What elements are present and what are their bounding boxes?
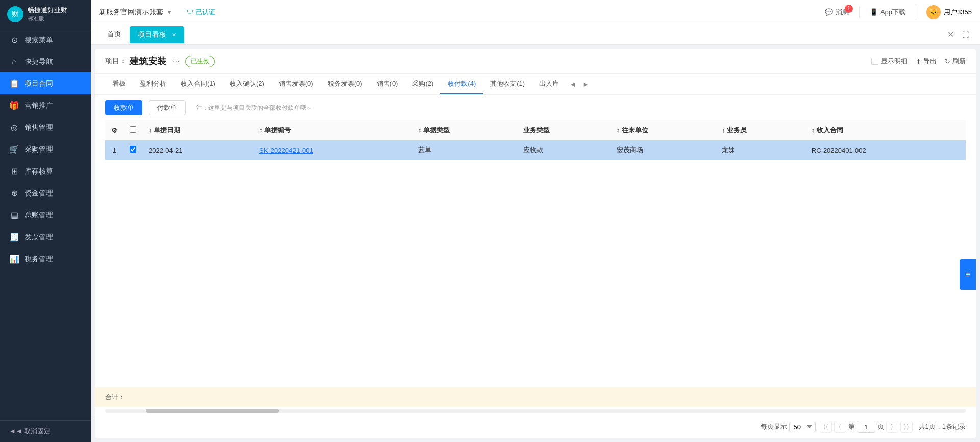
sidebar-unpin-button[interactable]: ◄◄ 取消固定 [0, 420, 91, 442]
sidebar-item-contract[interactable]: 📋 项目合同 [0, 72, 91, 94]
sidebar-item-shortcut[interactable]: ⌂ 快捷导航 [0, 51, 91, 72]
window-maximize-button[interactable]: ⛶ [960, 29, 972, 41]
sub-nav-next-arrow[interactable]: ► [579, 76, 593, 92]
account-selector[interactable]: 新服务官网演示账套 ▼ [99, 8, 173, 17]
sidebar-logo: 财 畅捷通好业财 标准版 [0, 0, 91, 29]
topbar: 新服务官网演示账套 ▼ 🛡 已认证 💬 消息 1 📱 App下载 🐱 用 [91, 0, 980, 24]
show-detail-checkbox[interactable]: 显示明细 [871, 57, 908, 66]
page-first-button[interactable]: ⟨⟨ [820, 421, 832, 433]
page-next-button[interactable]: ⟩ [886, 421, 898, 433]
column-staff[interactable]: ↕ 业务员 [716, 120, 805, 140]
export-icon: ⬆ [916, 58, 921, 65]
sidebar-item-label: 总账管理 [24, 211, 53, 220]
sidebar-item-ledger[interactable]: ▤ 总账管理 [0, 204, 91, 226]
filter-note: 注：这里是与项目关联的全部收付款单哦～ [196, 104, 312, 112]
sub-nav-prev-arrow[interactable]: ◄ [566, 76, 579, 92]
payment-filter-button[interactable]: 付款单 [149, 100, 186, 115]
column-date[interactable]: ↕ 单据日期 [142, 120, 253, 140]
select-all-checkbox[interactable] [130, 126, 136, 133]
sidebar-item-sales[interactable]: ◎ 销售管理 [0, 116, 91, 138]
ledger-icon: ▤ [9, 210, 19, 220]
sidebar-item-search[interactable]: ⊙ 搜索菜单 [0, 29, 91, 51]
page-last-button[interactable]: ⟩⟩ [900, 421, 913, 433]
app-download-button[interactable]: 📱 App下载 [870, 8, 905, 17]
certified-label: 已认证 [195, 8, 215, 17]
page-prev-button[interactable]: ⟨ [834, 421, 846, 433]
sub-nav-purchase[interactable]: 采购(2) [405, 74, 440, 94]
message-badge: 1 [845, 5, 853, 13]
tab-project-board[interactable]: 项目看板 ✕ [130, 26, 184, 43]
tax-icon: 📊 [9, 254, 19, 264]
page-suffix: 页 [877, 422, 884, 431]
sub-nav-income-confirm[interactable]: 收入确认(2) [223, 74, 272, 94]
column-partner[interactable]: ↕ 往来单位 [610, 120, 716, 140]
tab-home[interactable]: 首页 [99, 26, 130, 44]
sidebar-item-label: 快捷导航 [24, 57, 53, 66]
page-number-input[interactable] [857, 421, 875, 433]
row-checkbox[interactable] [130, 146, 136, 153]
sub-nav-income-contract[interactable]: 收入合同(1) [174, 74, 223, 94]
sub-nav-sales[interactable]: 销售(0) [370, 74, 405, 94]
sub-nav-receipts[interactable]: 收付款(4) [440, 74, 483, 94]
sidebar-item-label: 采购管理 [24, 145, 53, 154]
tab-home-label: 首页 [107, 30, 121, 38]
gift-icon: 🎁 [9, 101, 19, 110]
logo-text: 畅捷通好业财 [28, 6, 67, 15]
page-size-select[interactable]: 50 20 100 [789, 422, 816, 432]
cell-income-contract: RC-20220401-002 [805, 140, 966, 160]
cell-seq: 1 [105, 140, 124, 160]
tab-close-icon[interactable]: ✕ [172, 32, 176, 38]
sidebar-item-label: 项目合同 [24, 79, 53, 88]
app-label: App下载 [880, 8, 905, 17]
window-close-button[interactable]: ✕ [944, 29, 957, 41]
sub-nav-kanban[interactable]: 看板 [105, 74, 133, 94]
sidebar-item-purchase[interactable]: 🛒 采购管理 [0, 138, 91, 160]
export-button[interactable]: ⬆ 导出 [916, 57, 937, 66]
column-number[interactable]: ↕ 单据编号 [253, 120, 412, 140]
project-title: 建筑安装 [130, 55, 166, 67]
sidebar-item-label: 搜索菜单 [24, 36, 53, 45]
sidebar-item-marketing[interactable]: 🎁 营销推广 [0, 94, 91, 116]
sub-nav-inout[interactable]: 出入库 [532, 74, 566, 94]
sub-nav-sales-invoice[interactable]: 销售发票(0) [272, 74, 321, 94]
logo-sub: 标准版 [28, 15, 67, 22]
cell-staff: 龙妹 [716, 140, 805, 160]
receipt-filter-button[interactable]: 收款单 [105, 100, 142, 115]
message-icon: 💬 [825, 8, 833, 16]
sidebar-item-label: 销售管理 [24, 123, 53, 132]
sub-nav-other-expense[interactable]: 其他收支(1) [483, 74, 532, 94]
project-more-button[interactable]: ··· [173, 57, 179, 66]
show-detail-label: 显示明细 [881, 57, 908, 66]
finance-icon: ⊛ [9, 188, 19, 198]
column-biz-type: 业务类型 [517, 120, 610, 140]
column-income-contract[interactable]: ↕ 收入合同 [805, 120, 966, 140]
sidebar-item-label: 资金管理 [24, 189, 53, 198]
column-gear[interactable]: ⚙ [105, 120, 124, 140]
message-button[interactable]: 💬 消息 1 [825, 8, 849, 17]
user-menu[interactable]: 🐱 用户3355 [926, 5, 972, 19]
sidebar-item-inventory[interactable]: ⊞ 库存核算 [0, 160, 91, 182]
quick-action-button[interactable]: ≡ [960, 259, 976, 290]
refresh-button[interactable]: ↻ 刷新 [945, 57, 966, 66]
page-label: 第 [848, 422, 855, 431]
content-panel: 项目： 建筑安装 ··· 已生效 显示明细 ⬆ 导出 ↻ 刷新 [95, 49, 976, 438]
user-label: 用户3355 [944, 8, 972, 17]
cell-biz-type: 应收款 [517, 140, 610, 160]
sidebar-item-invoice[interactable]: 🧾 发票管理 [0, 226, 91, 248]
bill-number-link[interactable]: SK-20220421-001 [259, 146, 313, 154]
sub-nav-profit[interactable]: 盈利分析 [133, 74, 174, 94]
refresh-icon: ↻ [945, 58, 950, 65]
cell-number[interactable]: SK-20220421-001 [253, 140, 412, 160]
column-type[interactable]: ↕ 单据类型 [412, 120, 518, 140]
sub-nav-tax-invoice[interactable]: 税务发票(0) [321, 74, 370, 94]
sidebar-item-label: 库存核算 [24, 167, 53, 176]
cell-checkbox[interactable] [124, 140, 142, 160]
pagination: 每页显示 50 20 100 ⟨⟨ ⟨ 第 页 ⟩ ⟩⟩ 共1页，1条记录 [95, 415, 976, 438]
total-row: 合计： [95, 387, 976, 407]
project-actions: 显示明细 ⬆ 导出 ↻ 刷新 [871, 57, 966, 66]
sidebar-item-finance[interactable]: ⊛ 资金管理 [0, 182, 91, 204]
horizontal-scrollbar-track [105, 409, 966, 413]
table-row[interactable]: 1 2022-04-21 SK-20220421-001 蓝单 应收款 宏茂商场… [105, 140, 966, 160]
horizontal-scrollbar-thumb[interactable] [146, 409, 279, 413]
sidebar-item-tax[interactable]: 📊 税务管理 [0, 248, 91, 270]
